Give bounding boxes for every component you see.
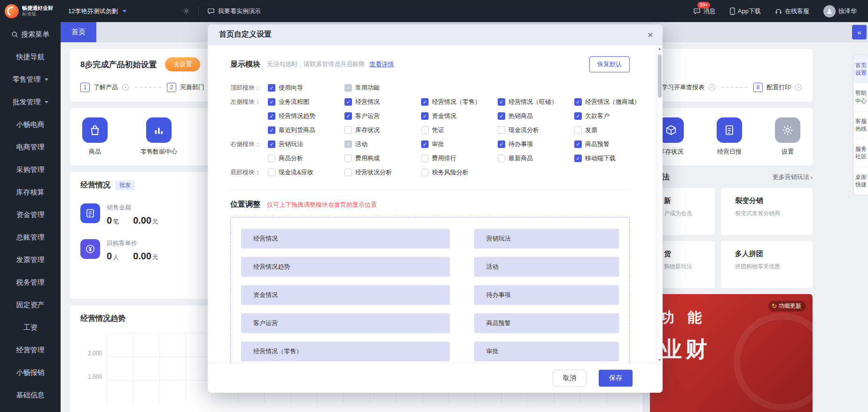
module-option-税务风险分析[interactable]: 税务风险分析 [421,168,498,177]
demo-link[interactable]: 我要看实例演示 [207,7,261,16]
channel-tag[interactable]: 批发 [115,180,135,190]
drag-item-审批[interactable]: 审批 [474,342,619,361]
sidebar-item-小畅电商[interactable]: 小畅电商 [0,113,61,136]
checkbox-icon[interactable] [498,126,505,134]
module-option-欠款客户[interactable]: 欠款客户 [574,112,651,120]
checkbox-icon[interactable] [344,112,352,120]
scroll-up-icon[interactable]: ▲ [658,45,662,52]
module-option-客户运营[interactable]: 客户运营 [344,112,421,120]
checkbox-icon[interactable] [574,112,582,120]
checkbox-icon[interactable] [344,126,352,134]
sidebar-item-经营管理[interactable]: 经营管理 [0,339,61,361]
module-option-审批[interactable]: 审批 [421,140,498,148]
messages-button[interactable]: 99+ 消息 [693,7,716,16]
module-option-现金流&应收[interactable]: 现金流&应收 [268,168,344,177]
module-option-费用排行[interactable]: 费用排行 [421,154,498,163]
checkbox-icon[interactable] [421,169,429,176]
panel-toggle-button[interactable]: « [852,25,867,39]
sidebar-item-批发管理[interactable]: 批发管理 [0,91,61,113]
checkbox-icon[interactable] [268,84,275,92]
rail-item-服务社区[interactable]: 服务社区 [854,139,868,167]
checkbox-icon[interactable] [268,140,275,148]
rail-item-桌面快捷[interactable]: 桌面快捷 [854,167,868,194]
sidebar-item-基础信息[interactable]: 基础信息 [0,384,61,406]
module-option-使用向导[interactable]: 使用向导 [268,84,344,92]
module-option-商品分析[interactable]: 商品分析 [268,154,344,163]
app-download-button[interactable]: App下载 [730,7,761,16]
drag-item-营销玩法[interactable]: 营销玩法 [474,229,619,249]
feature-update-badge[interactable]: ↻ 功能更新 [768,301,806,311]
module-option-费用构成[interactable]: 费用构成 [344,154,421,163]
module-option-最新商品[interactable]: 最新商品 [498,154,574,163]
module-经营日报[interactable]: 经营日报 [717,117,742,156]
module-商品[interactable]: 商品 [82,117,108,156]
checkbox-icon[interactable] [498,98,505,106]
checkbox-icon[interactable] [574,140,582,148]
promo-card-裂变分销[interactable]: 裂变分销裂变式发展分销商 [721,188,813,235]
scrollbar-thumb[interactable] [658,54,662,98]
modal-scrollbar[interactable]: ▲ ▼ [656,45,663,364]
checkbox-icon[interactable] [498,140,505,148]
drag-item-待办事项[interactable]: 待办事项 [474,285,619,305]
drag-item-客户运营[interactable]: 客户运营 [241,313,450,333]
rail-item-客服热线[interactable]: 客服热线 [854,111,868,139]
checkbox-icon[interactable] [268,169,275,176]
workspace-selector[interactable]: 12李艳芬测试勿删 [68,7,181,16]
module-option-经营情况[interactable]: 经营情况 [344,98,421,106]
module-设置[interactable]: 设置 [775,117,800,156]
sidebar-item-固定资产[interactable]: 固定资产 [0,294,61,316]
module-零售数据中心[interactable]: 零售数据中心 [141,117,177,156]
setup-step-8[interactable]: 8配置打印 [753,83,802,92]
drag-item-经营情况趋势[interactable]: 经营情况趋势 [241,257,450,277]
module-option-商品预警[interactable]: 商品预警 [574,140,651,148]
checkbox-icon[interactable] [421,112,429,120]
promo-banner[interactable]: 功 能 业财 ↻ 功能更新 [650,294,813,412]
sidebar-item-工资[interactable]: 工资 [0,316,61,339]
setup-step-1[interactable]: 1了解产品 [80,83,129,92]
sidebar-item-电商管理[interactable]: 电商管理 [0,136,61,158]
checkbox-icon[interactable] [421,98,429,106]
checkbox-icon[interactable] [498,155,505,162]
module-option-凭证[interactable]: 凭证 [421,126,498,134]
checkbox-icon[interactable] [268,112,275,120]
cancel-button[interactable]: 取消 [553,370,586,387]
checkbox-icon[interactable] [574,98,582,106]
sidebar-item-小畅报销[interactable]: 小畅报销 [0,361,61,384]
module-option-发票[interactable]: 发票 [574,126,651,134]
sidebar-item-采购管理[interactable]: 采购管理 [0,158,61,181]
module-option-活动[interactable]: 活动 [344,140,421,148]
checkbox-icon[interactable] [344,98,352,106]
module-option-最近到货商品[interactable]: 最近到货商品 [268,126,344,134]
module-option-营销玩法[interactable]: 营销玩法 [268,140,344,148]
module-option-库存状况[interactable]: 库存状况 [344,126,421,134]
settings-gear-icon[interactable] [183,8,190,15]
online-service-button[interactable]: 在线客服 [775,7,809,16]
module-option-经营情况（旺铺）[interactable]: 经营情况（旺铺） [498,98,574,106]
module-option-业务流程图[interactable]: 业务流程图 [268,98,344,106]
sidebar-item-搜索菜单[interactable]: 搜索菜单 [0,23,61,46]
drag-item-经营情况（零售）[interactable]: 经营情况（零售） [241,342,450,361]
more-marketing-link[interactable]: 更多营销玩法 › [773,173,813,181]
sidebar-item-快捷导航[interactable]: 快捷导航 [0,46,61,68]
sidebar-item-总账管理[interactable]: 总账管理 [0,226,61,249]
module-option-热销商品[interactable]: 热销商品 [498,112,574,120]
drag-item-资金情况[interactable]: 资金情况 [241,285,450,305]
scroll-down-icon[interactable]: ▼ [658,357,662,364]
checkbox-icon[interactable] [574,155,582,162]
checkbox-icon[interactable] [421,155,429,162]
sidebar-item-零售管理[interactable]: 零售管理 [0,68,61,91]
module-option-经营状况分析[interactable]: 经营状况分析 [344,168,421,177]
module-option-现金流分析[interactable]: 现金流分析 [498,126,574,134]
module-option-经营情况趋势[interactable]: 经营情况趋势 [268,112,344,120]
checkbox-icon[interactable] [498,112,505,120]
promo-card-多人拼团[interactable]: 多人拼团拼团购物享受优惠 [721,241,813,288]
checkbox-icon[interactable] [344,140,352,148]
drag-item-商品预警[interactable]: 商品预警 [474,313,619,333]
checkbox-icon[interactable] [268,126,275,134]
checkbox-icon[interactable] [574,126,582,134]
drag-item-经营情况[interactable]: 经营情况 [241,229,450,249]
sidebar-item-资金管理[interactable]: 资金管理 [0,203,61,226]
sidebar-item-税务管理[interactable]: 税务管理 [0,271,61,294]
module-option-常用功能[interactable]: 常用功能 [344,84,421,92]
sidebar-item-库存核算[interactable]: 库存核算 [0,181,61,203]
